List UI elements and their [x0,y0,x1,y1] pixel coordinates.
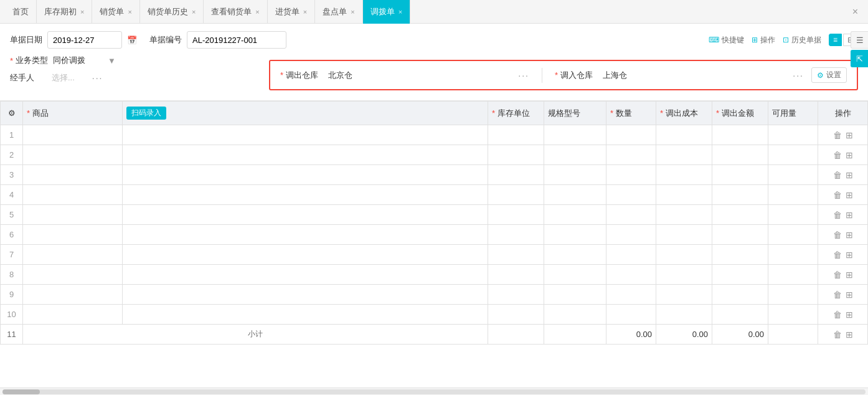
unit-cell-5[interactable] [488,205,544,225]
spec-cell-2[interactable] [544,145,606,165]
qty-cell-4[interactable] [606,185,656,205]
amount-cell-8[interactable] [712,265,768,285]
spec-cell-6[interactable] [544,225,606,245]
sidebar-list-btn[interactable]: ☰ [851,31,868,49]
amount-cell-2[interactable] [712,145,768,165]
handler-more-icon[interactable]: ··· [92,73,103,83]
product-cell-2[interactable] [23,145,123,165]
unit-cell-8[interactable] [488,265,544,285]
delete-icon-10[interactable]: 🗑 [833,310,842,320]
delete-icon-8[interactable]: 🗑 [833,270,842,280]
cost-cell-1[interactable] [656,125,712,145]
qty-cell-7[interactable] [606,245,656,265]
tab-transfer[interactable]: 调拨单 × [363,0,410,24]
copy-icon-1[interactable]: ⊞ [846,130,853,140]
warehouse-out-more-icon[interactable]: ··· [518,70,529,80]
delete-icon-7[interactable]: 🗑 [833,250,842,260]
unit-cell-1[interactable] [488,125,544,145]
biz-type-value[interactable]: 同价调拨 [53,55,103,66]
product-cell-10[interactable] [23,305,123,325]
unit-cell-9[interactable] [488,285,544,305]
product-cell-8[interactable] [23,265,123,285]
biz-type-dropdown-icon[interactable]: ▼ [108,56,116,65]
tab-home[interactable]: 首页 [5,0,37,24]
window-close-icon[interactable]: × [847,6,863,17]
history-btn[interactable]: ⊡ 历史单据 [783,35,821,45]
amount-cell-9[interactable] [712,285,768,305]
amount-cell-1[interactable] [712,125,768,145]
qty-cell-1[interactable] [606,125,656,145]
cost-cell-5[interactable] [656,205,712,225]
delete-icon-11[interactable]: 🗑 [833,330,842,340]
amount-cell-5[interactable] [712,205,768,225]
cost-cell-3[interactable] [656,165,712,185]
scrollbar-thumb[interactable] [2,389,40,394]
tab-view-sales-close[interactable]: × [255,8,259,16]
unit-cell-2[interactable] [488,145,544,165]
handler-input[interactable]: 选择... [52,72,75,83]
product-cell-6[interactable] [23,225,123,245]
copy-icon-7[interactable]: ⊞ [846,250,853,260]
tab-purchase[interactable]: 进货单 × [268,0,315,24]
delete-icon-3[interactable]: 🗑 [833,170,842,180]
settings-button[interactable]: ⚙ 设置 [811,67,847,83]
shortcuts-btn[interactable]: ⌨ 快捷键 [709,35,744,45]
view-list-btn[interactable]: ≡ [829,34,842,46]
cost-cell-9[interactable] [656,285,712,305]
amount-cell-4[interactable] [712,185,768,205]
spec-cell-1[interactable] [544,125,606,145]
copy-icon-3[interactable]: ⊞ [846,170,853,180]
tab-inventory-init-close[interactable]: × [80,8,84,16]
spec-cell-9[interactable] [544,285,606,305]
copy-icon-6[interactable]: ⊞ [846,230,853,240]
amount-cell-7[interactable] [712,245,768,265]
copy-icon-8[interactable]: ⊞ [846,270,853,280]
cost-cell-10[interactable] [656,305,712,325]
product-cell-3[interactable] [23,165,123,185]
spec-cell-10[interactable] [544,305,606,325]
scan-button[interactable]: 扫码录入 [126,107,166,120]
product-cell-4[interactable] [23,185,123,205]
tab-view-sales[interactable]: 查看销货单 × [204,0,267,24]
cost-cell-4[interactable] [656,185,712,205]
amount-cell-10[interactable] [712,305,768,325]
tab-sales-order-close[interactable]: × [128,8,131,16]
docno-input[interactable] [187,31,286,49]
spec-cell-7[interactable] [544,245,606,265]
qty-cell-6[interactable] [606,225,656,245]
unit-cell-7[interactable] [488,245,544,265]
cost-cell-7[interactable] [656,245,712,265]
product-cell-9[interactable] [23,285,123,305]
delete-icon-4[interactable]: 🗑 [833,190,842,200]
tab-sales-history-close[interactable]: × [192,8,196,16]
qty-cell-2[interactable] [606,145,656,165]
unit-cell-10[interactable] [488,305,544,325]
tab-transfer-close[interactable]: × [399,8,402,16]
copy-icon-9[interactable]: ⊞ [846,290,853,300]
sidebar-expand-btn[interactable]: ⇱ [851,50,868,67]
copy-icon-4[interactable]: ⊞ [846,190,853,200]
calendar-icon[interactable]: 📅 [127,36,137,45]
cost-cell-2[interactable] [656,145,712,165]
spec-cell-5[interactable] [544,205,606,225]
spec-cell-4[interactable] [544,185,606,205]
delete-icon-9[interactable]: 🗑 [833,290,842,300]
qty-cell-10[interactable] [606,305,656,325]
tab-sales-order[interactable]: 销货单 × [92,0,139,24]
amount-cell-3[interactable] [712,165,768,185]
copy-icon-5[interactable]: ⊞ [846,210,853,220]
date-input[interactable] [47,31,122,49]
th-gear[interactable]: ⚙ [1,102,23,125]
delete-icon-6[interactable]: 🗑 [833,230,842,240]
delete-icon-5[interactable]: 🗑 [833,210,842,220]
copy-icon-11[interactable]: ⊞ [846,330,853,340]
tab-inventory-init[interactable]: 库存期初 × [37,0,92,24]
qty-cell-8[interactable] [606,265,656,285]
spec-cell-8[interactable] [544,265,606,285]
horizontal-scrollbar[interactable] [0,388,868,395]
amount-cell-6[interactable] [712,225,768,245]
product-cell-1[interactable] [23,125,123,145]
warehouse-in-value[interactable]: 上海仓 [603,70,627,81]
qty-cell-9[interactable] [606,285,656,305]
product-cell-5[interactable] [23,205,123,225]
